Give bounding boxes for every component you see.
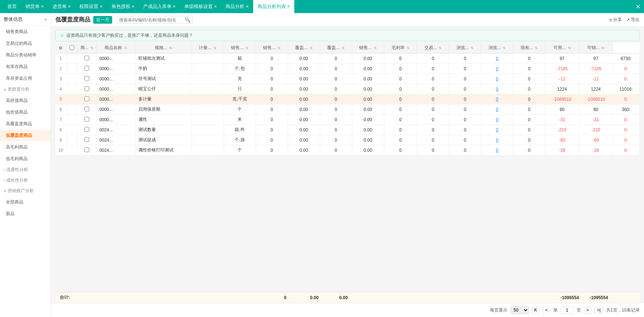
col-trade[interactable]: 交易... ⇅ bbox=[417, 43, 449, 54]
row-cover2: 0.00 bbox=[352, 74, 384, 84]
last-page-button[interactable]: >| bbox=[594, 306, 603, 314]
sidebar-item-new-goods[interactable]: 新品 bbox=[0, 208, 51, 219]
sidebar-item-high-margin[interactable]: 高毛利商品 bbox=[0, 141, 51, 153]
sidebar-group-growth[interactable]: › 成长性分析 bbox=[0, 175, 51, 186]
col-gross[interactable]: 毛利率 ⇅ bbox=[384, 43, 417, 54]
row-cover2: 0.00 bbox=[352, 125, 384, 135]
col-browse2[interactable]: 浏览... ⇅ bbox=[481, 43, 513, 54]
nav-tab-product[interactable]: 产成品入库单 × bbox=[139, 0, 180, 13]
row-browse1[interactable]: 0 bbox=[481, 135, 513, 145]
window-close-button[interactable]: ✕ bbox=[636, 3, 640, 10]
col-name[interactable]: 商品名称 ⇅ bbox=[96, 43, 135, 54]
row-checkbox[interactable] bbox=[77, 84, 96, 94]
row-checkbox[interactable] bbox=[77, 54, 96, 64]
row-browse1[interactable]: 0 bbox=[481, 145, 513, 155]
time-filter-button[interactable]: 近一月 bbox=[93, 16, 112, 24]
row-settings[interactable] bbox=[66, 145, 77, 155]
col-saleable[interactable]: 可销... ⇅ bbox=[579, 43, 613, 54]
row-browse1[interactable]: 0 bbox=[481, 104, 513, 115]
row-settings[interactable] bbox=[66, 84, 77, 94]
sidebar-item-high-coverage[interactable]: 高覆盖度商品 bbox=[0, 118, 51, 130]
row-sale-qty: 0 bbox=[256, 64, 288, 74]
row-browse1[interactable]: 0 bbox=[481, 94, 513, 104]
prev-page-button[interactable]: < bbox=[543, 306, 550, 314]
sidebar-item-all-goods[interactable]: 全部商品 bbox=[0, 196, 51, 208]
row-checkbox[interactable] bbox=[77, 74, 96, 84]
row-browse1[interactable]: 0 bbox=[481, 115, 513, 125]
row-checkbox[interactable] bbox=[77, 64, 96, 74]
row-settings[interactable] bbox=[66, 104, 77, 115]
next-page-button[interactable]: > bbox=[584, 306, 592, 314]
row-checkbox[interactable] bbox=[77, 104, 96, 115]
row-settings[interactable] bbox=[66, 54, 77, 64]
table-row: 1 0000... 旺辅批次测试 箱 0 0.00 0 0.00 0 0 0 0… bbox=[55, 54, 640, 64]
export-button[interactable]: ↗ 导出 bbox=[626, 17, 640, 23]
sidebar-item-stocked-goods[interactable]: 有库存商品 bbox=[0, 61, 51, 72]
sidebar-group-circulation[interactable]: › 流通性分析 bbox=[0, 165, 51, 175]
col-sale-amt[interactable]: 销售... ⇅ bbox=[256, 43, 288, 54]
nav-tab-home[interactable]: 首页 bbox=[3, 0, 21, 13]
per-page-select[interactable]: 50 10 20 100 bbox=[510, 306, 529, 314]
row-sale-amt: 0.00 bbox=[288, 74, 320, 84]
col-code[interactable]: 商... ⇅ bbox=[77, 43, 96, 54]
col-current[interactable]: 现有... ⇅ bbox=[513, 43, 545, 54]
footer-avail: -1095554 bbox=[588, 295, 610, 300]
row-browse1[interactable]: 0 bbox=[481, 54, 513, 64]
row-settings[interactable] bbox=[66, 125, 77, 135]
nav-tab-permission[interactable]: 权限设置 × bbox=[75, 0, 107, 13]
row-browse1[interactable]: 0 bbox=[481, 64, 513, 74]
sidebar-item-low-value[interactable]: 低价值商品 bbox=[0, 106, 51, 118]
nav-tab-purchase[interactable]: 进货单 × bbox=[48, 0, 75, 13]
nav-tab-role[interactable]: 角色授权 × bbox=[107, 0, 139, 13]
sidebar-item-high-value[interactable]: 高价值商品 bbox=[0, 95, 51, 106]
row-settings[interactable] bbox=[66, 115, 77, 125]
nav-tab-analysis[interactable]: 商品分析 × bbox=[221, 0, 253, 13]
sidebar-item-category-rate[interactable]: 商品分类动销率 bbox=[0, 49, 51, 61]
row-settings[interactable] bbox=[66, 74, 77, 84]
row-browse2: 0 bbox=[513, 74, 545, 84]
row-browse1[interactable]: 0 bbox=[481, 84, 513, 94]
nav-tab-template[interactable]: 单据模板设置 × bbox=[180, 0, 221, 13]
share-button[interactable]: ⎗ 分享 bbox=[609, 17, 622, 23]
row-browse1[interactable]: 0 bbox=[481, 125, 513, 135]
col-cover2[interactable]: 覆盖... ⇅ bbox=[320, 43, 352, 54]
sidebar-item-low-margin[interactable]: 低毛利商品 bbox=[0, 153, 51, 165]
row-settings[interactable] bbox=[66, 64, 77, 74]
row-settings[interactable] bbox=[66, 94, 77, 104]
search-input[interactable] bbox=[119, 17, 185, 23]
col-browse1[interactable]: 浏览... ⇅ bbox=[449, 43, 481, 54]
row-checkbox[interactable] bbox=[77, 145, 96, 155]
row-gross: 0 bbox=[417, 104, 449, 115]
nav-tab-sales[interactable]: 销货单 × bbox=[21, 0, 48, 13]
col-sale-qty[interactable]: 销售... ⇅ bbox=[224, 43, 256, 54]
col-spec[interactable]: 规格... ⇅ bbox=[135, 43, 192, 54]
row-checkbox[interactable] bbox=[77, 125, 96, 135]
col-avail[interactable]: 可用... ⇅ bbox=[545, 43, 579, 54]
sidebar-item-sales-goods[interactable]: 销售类商品 bbox=[0, 26, 51, 37]
row-browse1[interactable]: 0 bbox=[481, 74, 513, 84]
col-unit[interactable]: 计量... ⇅ bbox=[192, 43, 224, 54]
row-checkbox[interactable] bbox=[77, 115, 96, 125]
table-row: 2 0000... 牛奶 个,包 0 0.00 0 0.00 0 0 0 0 0… bbox=[55, 64, 640, 74]
row-checkbox[interactable] bbox=[77, 94, 96, 104]
select-all-checkbox[interactable] bbox=[70, 45, 74, 50]
col-cover1[interactable]: 覆盖... ⇅ bbox=[288, 43, 320, 54]
col-sale3[interactable]: 销售... ⇅ bbox=[352, 43, 384, 54]
search-icon[interactable]: 🔍 bbox=[185, 17, 191, 23]
row-spec bbox=[192, 115, 224, 125]
sidebar-item-stock-capital[interactable]: 库存资金占用 bbox=[0, 72, 51, 84]
row-settings[interactable] bbox=[66, 135, 77, 145]
row-checkbox[interactable] bbox=[77, 135, 96, 145]
sidebar-item-low-coverage[interactable]: 低覆盖度商品 bbox=[0, 130, 51, 141]
first-page-button[interactable]: K bbox=[532, 306, 540, 314]
sidebar-collapse-icon[interactable]: « bbox=[44, 16, 47, 22]
sidebar-item-traded-goods[interactable]: 交易过的商品 bbox=[0, 37, 51, 49]
sidebar-group-marketing[interactable]: ∨ 营销推广分析 bbox=[0, 186, 51, 196]
sidebar-group-category[interactable]: ∨ 类群度分析 bbox=[0, 84, 51, 95]
table-container[interactable]: ⚙ 商... ⇅ 商品名称 ⇅ 规格... ⇅ 计量... ⇅ 销售... ⇅ … bbox=[55, 43, 640, 292]
sidebar-header[interactable]: 整体信息 « bbox=[0, 13, 51, 26]
col-checkbox[interactable] bbox=[66, 43, 77, 54]
col-settings[interactable]: ⚙ bbox=[55, 43, 66, 54]
nav-tab-analysis-list[interactable]: 商品分析列表 × bbox=[253, 0, 294, 13]
page-input[interactable] bbox=[561, 306, 574, 314]
